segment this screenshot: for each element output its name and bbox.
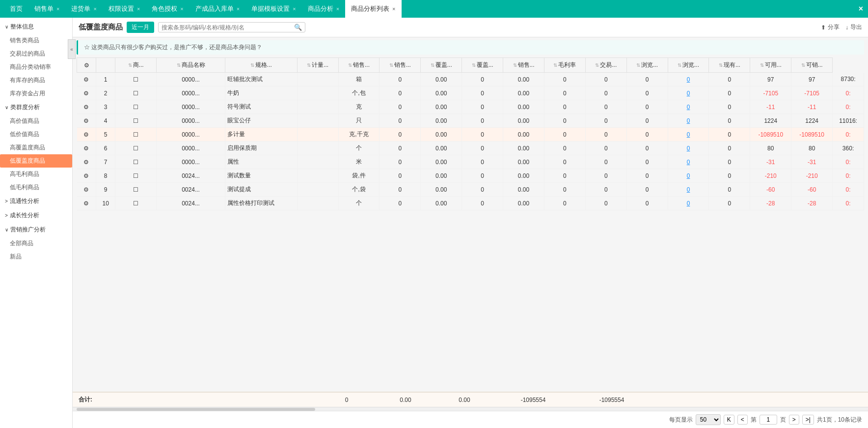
cell-checkbox[interactable]: ☐ <box>115 155 157 169</box>
col-header-name[interactable]: ⇅商品名称 <box>157 58 225 73</box>
sidebar-item-0-3[interactable]: 有库存的商品 <box>0 74 72 87</box>
cell-checkbox[interactable]: ☐ <box>115 86 157 100</box>
sidebar-item-1-4[interactable]: 高毛利商品 <box>0 168 72 181</box>
per-page-select[interactable]: 2050100200 <box>696 414 721 425</box>
sidebar-item-0-2[interactable]: 商品分类动销率 <box>0 60 72 74</box>
col-header-code[interactable]: ⇅商... <box>115 58 157 73</box>
nav-close-icon-5[interactable]: × <box>237 6 240 12</box>
cell-sales_qty: 0 <box>380 142 421 155</box>
sidebar-section-1[interactable]: ∨类群度分析 <box>0 100 72 114</box>
nav-item-8[interactable]: 商品分析列表× <box>345 0 401 18</box>
cell-settings[interactable]: ⚙ <box>77 169 96 183</box>
sidebar-section-2[interactable]: >流通性分析 <box>0 194 72 208</box>
cell-browse1[interactable]: 0 <box>668 142 709 155</box>
sidebar-section-3[interactable]: >成长性分析 <box>0 208 72 223</box>
sidebar-item-1-5[interactable]: 低毛利商品 <box>0 181 72 194</box>
cell-settings[interactable]: ⚙ <box>77 197 96 210</box>
cell-browse1[interactable]: 0 <box>668 114 709 128</box>
col-header-current[interactable]: ⇅现有... <box>709 58 750 73</box>
cell-num: 8 <box>96 169 115 183</box>
cell-settings[interactable]: ⚙ <box>77 86 96 100</box>
sidebar-item-0-1[interactable]: 交易过的商品 <box>0 47 72 60</box>
cell-settings[interactable]: ⚙ <box>77 100 96 114</box>
cell-settings[interactable]: ⚙ <box>77 183 96 197</box>
cell-browse1[interactable]: 0 <box>668 169 709 183</box>
col-header-browse2[interactable]: ⇅浏览... <box>668 58 709 73</box>
export-button[interactable]: ↓ 导出 <box>845 23 862 31</box>
prev-page-button[interactable]: < <box>737 415 748 425</box>
cell-browse1[interactable]: 0 <box>668 128 709 142</box>
col-header-browse1[interactable]: ⇅浏览... <box>626 58 668 73</box>
sidebar-collapse-button[interactable]: « <box>68 39 76 59</box>
sidebar-item-1-2[interactable]: 高覆盖度商品 <box>0 141 72 154</box>
col-header-sales3[interactable]: ⇅销售... <box>503 58 544 73</box>
col-header-settings[interactable]: ⚙ <box>77 58 96 73</box>
cell-checkbox[interactable]: ☐ <box>115 114 157 128</box>
nav-close-icon-2[interactable]: × <box>93 6 96 12</box>
col-header-gross_rate[interactable]: ⇅毛利率 <box>544 58 585 73</box>
close-all-tabs-button[interactable]: × <box>859 4 863 13</box>
cell-checkbox[interactable]: ☐ <box>115 142 157 155</box>
sidebar-item-4-1[interactable]: 新品 <box>0 250 72 263</box>
first-page-button[interactable]: K <box>724 415 734 425</box>
cell-checkbox[interactable]: ☐ <box>115 100 157 114</box>
col-header-spec[interactable]: ⇅规格... <box>225 58 297 73</box>
cell-browse1[interactable]: 0 <box>668 197 709 210</box>
sidebar-item-4-0[interactable]: 全部商品 <box>0 237 72 250</box>
next-page-button[interactable]: > <box>789 415 799 425</box>
cell-num: 6 <box>96 142 115 155</box>
page-number-input[interactable] <box>760 415 777 425</box>
cell-browse1[interactable]: 0 <box>668 73 709 86</box>
sidebar-section-4[interactable]: ∨营销推广分析 <box>0 223 72 237</box>
col-header-trans[interactable]: ⇅交易... <box>585 58 626 73</box>
cell-browse1[interactable]: 0 <box>668 155 709 169</box>
cell-browse1[interactable]: 0 <box>668 100 709 114</box>
col-header-unit[interactable]: ⇅计量... <box>297 58 338 73</box>
nav-close-icon-7[interactable]: × <box>336 6 339 12</box>
nav-item-1[interactable]: 销售单× <box>28 0 65 18</box>
cell-browse1[interactable]: 0 <box>668 183 709 197</box>
cell-name: 测试提成 <box>225 183 297 197</box>
nav-close-icon-4[interactable]: × <box>180 6 183 12</box>
col-header-sales_amt[interactable]: ⇅销售... <box>380 58 421 73</box>
nav-close-icon-6[interactable]: × <box>293 6 296 12</box>
nav-item-2[interactable]: 进货单× <box>65 0 102 18</box>
cell-checkbox[interactable]: ☐ <box>115 197 157 210</box>
sidebar-item-0-0[interactable]: 销售类商品 <box>0 34 72 47</box>
nav-item-7[interactable]: 商品分析× <box>302 0 345 18</box>
cell-checkbox[interactable]: ☐ <box>115 73 157 86</box>
nav-close-icon-3[interactable]: × <box>137 6 140 12</box>
cell-settings[interactable]: ⚙ <box>77 73 96 86</box>
last-page-button[interactable]: >| <box>802 415 814 425</box>
cell-settings[interactable]: ⚙ <box>77 114 96 128</box>
share-button[interactable]: ⬆ 分享 <box>821 23 840 31</box>
cell-browse1[interactable]: 0 <box>668 86 709 100</box>
sidebar-item-1-0[interactable]: 高价值商品 <box>0 114 72 128</box>
sort-icon-browse2: ⇅ <box>678 62 681 68</box>
sidebar-section-0[interactable]: ∨整体信息 <box>0 20 72 34</box>
period-button[interactable]: 近一月 <box>127 22 154 33</box>
nav-item-4[interactable]: 角色授权× <box>146 0 189 18</box>
col-header-checkbox[interactable] <box>96 58 115 73</box>
cell-settings[interactable]: ⚙ <box>77 128 96 142</box>
sidebar-item-0-4[interactable]: 库存资金占用 <box>0 87 72 100</box>
cell-settings[interactable]: ⚙ <box>77 155 96 169</box>
nav-close-icon-8[interactable]: × <box>392 6 395 12</box>
cell-settings[interactable]: ⚙ <box>77 142 96 155</box>
sidebar-item-1-3[interactable]: 低覆盖度商品 <box>0 154 72 168</box>
col-header-cover1[interactable]: ⇅覆盖... <box>421 58 462 73</box>
nav-item-0[interactable]: 首页 <box>4 0 28 18</box>
nav-item-3[interactable]: 权限设置× <box>103 0 146 18</box>
cell-checkbox[interactable]: ☐ <box>115 128 157 142</box>
cell-checkbox[interactable]: ☐ <box>115 183 157 197</box>
nav-close-icon-1[interactable]: × <box>56 6 59 12</box>
col-header-saleable[interactable]: ⇅可销... <box>791 58 833 73</box>
cell-checkbox[interactable]: ☐ <box>115 169 157 183</box>
nav-item-5[interactable]: 产成品入库单× <box>190 0 245 18</box>
sidebar-item-1-1[interactable]: 低价值商品 <box>0 128 72 141</box>
col-header-cover2[interactable]: ⇅覆盖... <box>462 58 503 73</box>
col-header-usable[interactable]: ⇅可用... <box>750 58 791 73</box>
col-header-sales_qty[interactable]: ⇅销售... <box>338 58 380 73</box>
nav-item-6[interactable]: 单据模板设置× <box>245 0 301 18</box>
search-input[interactable] <box>162 24 294 31</box>
